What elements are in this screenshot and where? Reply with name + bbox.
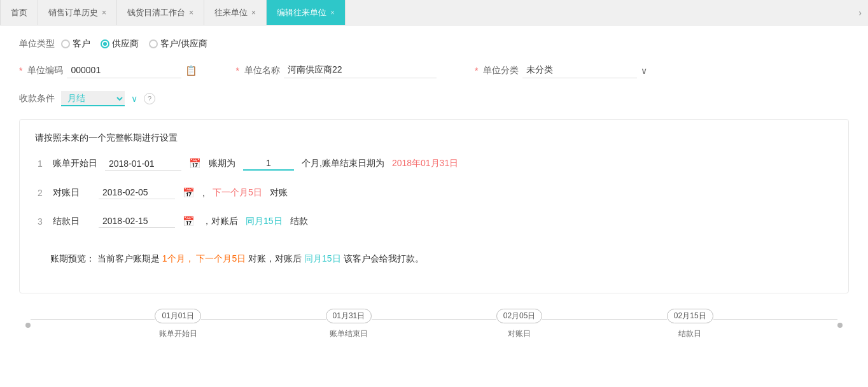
main-content: 单位类型 客户 供应商 客户/供应商 * 单位编码 📋 * [0, 25, 868, 387]
unit-category-input[interactable] [522, 62, 637, 78]
start-date-label: 账单开始日 [53, 158, 97, 169]
tab-cash-close[interactable]: × [189, 8, 193, 17]
period-suffix-1: 账期为 [209, 158, 235, 169]
unit-type-label: 单位类型 [19, 38, 55, 50]
payment-suffix: 结款 [290, 216, 308, 227]
radio-customer[interactable]: 客户 [61, 38, 90, 50]
unit-name-label: 单位名称 [244, 65, 280, 76]
period-num-2: 2 [35, 188, 45, 198]
payment-highlight: 同月15日 [246, 216, 283, 227]
payment-text: ，对账后 [202, 216, 238, 227]
reconcile-date-label: 对账日 [53, 187, 91, 199]
unit-category-field: * 单位分类 ∨ [475, 62, 647, 78]
period-row-3: 3 结款日 📅 ，对账后 同月15日 结款 [35, 215, 833, 228]
period-end-date: 2018年01月31日 [392, 158, 458, 169]
collection-dropdown-icon[interactable]: ∨ [131, 94, 137, 104]
timeline-container: 01月01日 账单开始日 01月31日 账单结束日 02月05日 对账日 02月… [19, 306, 849, 339]
tab-cash-work[interactable]: 钱货日清工作台 × [117, 0, 204, 25]
timeline-point-1: 01月31日 账单结束日 [326, 309, 372, 339]
payment-date-label: 结款日 [53, 216, 91, 227]
preview-after: 该客户会给我打款。 [344, 253, 424, 264]
required-star-category: * [475, 66, 478, 76]
tab-arrow[interactable]: › [852, 0, 868, 25]
reconcile-highlight: 下一个月5日 [213, 187, 262, 199]
preview-before: 当前客户账期是 [97, 253, 160, 264]
reconcile-date-input[interactable] [99, 186, 175, 199]
tab-edit-partner[interactable]: 编辑往来单位 × [267, 0, 346, 25]
unit-type-row: 单位类型 客户 供应商 客户/供应商 [19, 38, 849, 50]
radio-circle-both [149, 39, 158, 48]
timeline-label-3: 结款日 [678, 328, 701, 339]
payment-date-input[interactable] [99, 215, 175, 228]
tabs-bar: 首页 销售订单历史 × 钱货日清工作台 × 往来单位 × 编辑往来单位 × › [0, 0, 868, 25]
preview-payment: 同月15日 [304, 253, 341, 264]
unit-name-field: * 单位名称 [235, 62, 436, 78]
start-date-calendar-icon[interactable]: 📅 [189, 158, 201, 169]
chevron-right-icon: › [858, 8, 862, 18]
timeline-point-3: 02月15日 结款日 [667, 309, 713, 339]
unit-code-field: * 单位编码 📋 [19, 62, 197, 78]
timeline-badge-3: 02月15日 [667, 309, 713, 323]
collection-condition-row: 收款条件 月结 ∨ ? [19, 91, 849, 106]
timeline-label-1: 账单结束日 [330, 328, 368, 339]
unit-name-input[interactable] [284, 62, 437, 78]
period-row-2: 2 对账日 📅 , 下一个月5日 对账 [35, 186, 833, 199]
period-row-1: 1 账单开始日 📅 账期为 个月,账单结束日期为 2018年01月31日 [35, 157, 833, 171]
tab-sales-order-history[interactable]: 销售订单历史 × [38, 0, 117, 25]
tab-home[interactable]: 首页 [0, 0, 38, 25]
tab-edit-close[interactable]: × [330, 8, 335, 17]
timeline-point-0: 01月01日 账单开始日 [155, 309, 201, 339]
tab-partner-units[interactable]: 往来单位 × [204, 0, 267, 25]
reconcile-suffix: 对账 [270, 187, 288, 199]
unit-code-input[interactable] [67, 62, 181, 78]
reconcile-text: , [202, 188, 205, 198]
preview-section: 账期预览： 当前客户账期是 1个月， 下一个月5日 对账，对账后 同月15日 该… [35, 243, 833, 265]
tab-partner-close[interactable]: × [251, 8, 256, 17]
unit-code-label: 单位编码 [27, 65, 63, 76]
timeline-point-2: 02月05日 对账日 [496, 309, 543, 339]
collection-label: 收款条件 [19, 93, 55, 104]
start-date-input[interactable] [105, 157, 181, 171]
tab-sales-close[interactable]: × [102, 8, 106, 17]
preview-mid: 对账，对账后 [248, 253, 302, 264]
timeline-badge-2: 02月05日 [496, 309, 543, 323]
radio-supplier-label: 供应商 [112, 38, 139, 50]
unit-code-icon[interactable]: 📋 [185, 65, 197, 76]
payment-date-calendar-icon[interactable]: 📅 [183, 216, 195, 227]
preview-reconcile: 下一个月5日 [196, 253, 246, 264]
period-unit-1: 个月,账单结束日期为 [302, 158, 384, 169]
unit-type-radio-group: 客户 供应商 客户/供应商 [61, 38, 207, 50]
timeline-badge-1: 01月31日 [326, 309, 372, 323]
collection-select[interactable]: 月结 [61, 91, 125, 106]
period-card: 请按照未来的一个完整帐期进行设置 1 账单开始日 📅 账期为 个月,账单结束日期… [19, 119, 849, 293]
tab-edit-label: 编辑往来单位 [277, 7, 326, 18]
timeline-label-0: 账单开始日 [159, 328, 197, 339]
radio-supplier[interactable]: 供应商 [101, 38, 139, 50]
radio-both-label: 客户/供应商 [160, 38, 207, 50]
period-months-input[interactable] [243, 157, 294, 171]
period-title: 请按照未来的一个完整帐期进行设置 [35, 132, 833, 144]
radio-customer-label: 客户 [73, 38, 90, 50]
timeline-badge-0: 01月01日 [155, 309, 201, 323]
required-star-name: * [235, 66, 239, 76]
reconcile-date-calendar-icon[interactable]: 📅 [183, 187, 195, 199]
help-icon[interactable]: ? [144, 93, 155, 104]
tab-cash-label: 钱货日清工作台 [127, 7, 185, 18]
radio-circle-supplier [101, 39, 109, 48]
unit-category-label: 单位分类 [483, 65, 519, 76]
preview-period: 1个月， [162, 253, 194, 264]
radio-both[interactable]: 客户/供应商 [149, 38, 207, 50]
unit-fields-row: * 单位编码 📋 * 单位名称 * 单位分类 ∨ [19, 62, 849, 78]
radio-circle-customer [61, 39, 70, 48]
preview-text: 账期预览： 当前客户账期是 1个月， 下一个月5日 对账，对账后 同月15日 该… [50, 253, 818, 265]
required-star-code: * [19, 66, 22, 76]
preview-label: 账期预览： [50, 253, 95, 264]
tab-home-label: 首页 [11, 7, 27, 18]
tab-partner-label: 往来单位 [214, 7, 248, 18]
category-dropdown-icon[interactable]: ∨ [641, 66, 647, 76]
timeline-label-2: 对账日 [508, 328, 531, 339]
period-num-1: 1 [35, 158, 45, 169]
tab-sales-label: 销售订单历史 [48, 7, 98, 18]
period-num-3: 3 [35, 216, 45, 227]
